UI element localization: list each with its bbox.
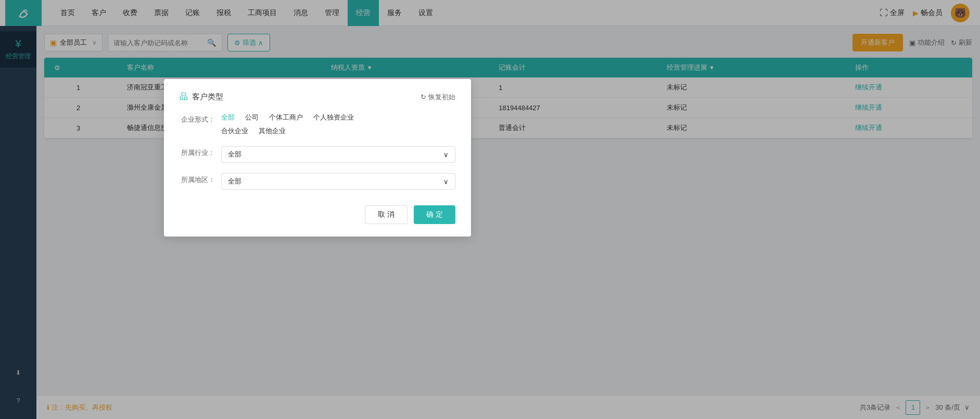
industry-form-label: 所属行业：	[180, 146, 221, 158]
restore-icon: ↻	[421, 93, 426, 101]
enterprise-form-row: 企业形式： 全部 公司 个体工商户 个人独资企业 合伙企业 其他企业	[180, 113, 455, 136]
type-option-company[interactable]: 公司	[245, 113, 259, 122]
dialog-footer: 取 消 确 定	[180, 205, 455, 224]
industry-select[interactable]: 全部 ∨	[221, 146, 455, 163]
region-form-row: 所属地区： 全部 ∨	[180, 173, 455, 190]
filter-dialog: 品 客户类型 ↻ 恢复初始 企业形式： 全部 公司 个体工商户 个人独资企业 合…	[164, 79, 471, 237]
type-option-all[interactable]: 全部	[221, 113, 235, 122]
type-option-partnership[interactable]: 合伙企业	[221, 126, 248, 136]
enterprise-type-row: 全部 公司 个体工商户 个人独资企业	[221, 113, 455, 122]
industry-select-wrapper: 全部 ∨	[221, 146, 455, 163]
region-dropdown-icon: ∨	[443, 178, 449, 186]
cancel-button[interactable]: 取 消	[365, 205, 408, 224]
dialog-title-icon: 品	[180, 91, 188, 102]
confirm-button[interactable]: 确 定	[414, 205, 455, 224]
restore-label: 恢复初始	[428, 93, 455, 102]
type-option-individual[interactable]: 个体工商户	[269, 113, 303, 122]
dialog-header: 品 客户类型 ↻ 恢复初始	[180, 91, 455, 102]
region-select-wrapper: 全部 ∨	[221, 173, 455, 190]
region-value: 全部	[228, 177, 241, 186]
industry-form-row: 所属行业： 全部 ∨	[180, 146, 455, 163]
enterprise-form-label: 企业形式：	[180, 113, 221, 124]
overlay[interactable]: 品 客户类型 ↻ 恢复初始 企业形式： 全部 公司 个体工商户 个人独资企业 合…	[0, 0, 980, 419]
industry-value: 全部	[228, 150, 241, 159]
enterprise-options: 全部 公司 个体工商户 个人独资企业 合伙企业 其他企业	[221, 113, 455, 136]
region-select[interactable]: 全部 ∨	[221, 173, 455, 190]
region-form-label: 所属地区：	[180, 173, 221, 185]
type-option-other[interactable]: 其他企业	[259, 126, 286, 136]
dialog-title-text: 客户类型	[192, 92, 223, 102]
type-option-sole[interactable]: 个人独资企业	[313, 113, 354, 122]
restore-button[interactable]: ↻ 恢复初始	[421, 93, 455, 102]
industry-dropdown-icon: ∨	[443, 151, 449, 159]
dialog-title: 品 客户类型	[180, 91, 223, 102]
